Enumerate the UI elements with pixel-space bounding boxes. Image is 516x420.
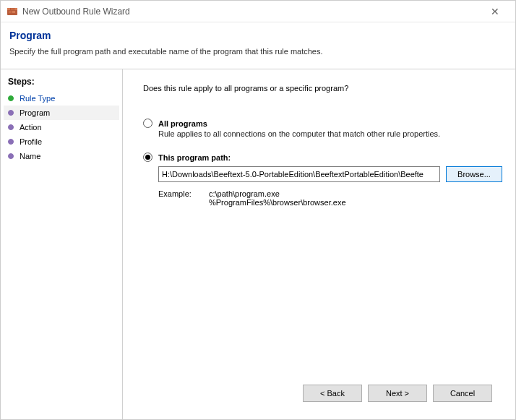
bullet-icon: [8, 153, 14, 159]
option-all-programs: All programs Rule applies to all connect…: [143, 119, 502, 138]
browse-button[interactable]: Browse...: [446, 166, 502, 182]
step-label: Action: [20, 123, 42, 132]
prompt-text: Does this rule apply to all programs or …: [143, 84, 502, 93]
program-path-input[interactable]: [158, 166, 440, 182]
path-row: Browse...: [158, 166, 502, 182]
example-row: Example: c:\path\program.exe %ProgramFil…: [158, 189, 502, 207]
steps-panel: Steps: Rule Type Program Action Profile …: [1, 69, 122, 419]
window-title: New Outbound Rule Wizard: [22, 7, 481, 17]
example-label: Example:: [158, 189, 209, 207]
option-all-head: All programs: [143, 119, 502, 128]
example-text: c:\path\program.exe %ProgramFiles%\brows…: [209, 189, 346, 207]
option-path-head: This program path:: [143, 153, 502, 162]
step-label: Program: [20, 108, 50, 117]
bullet-icon: [8, 124, 14, 130]
svg-rect-2: [11, 8, 14, 10]
option-all-desc: Rule applies to all connections on the c…: [158, 129, 502, 138]
content-panel: Does this rule apply to all programs or …: [123, 69, 515, 419]
spacer: [143, 221, 502, 377]
back-button[interactable]: < Back: [303, 385, 362, 402]
step-action[interactable]: Action: [4, 120, 119, 134]
titlebar: New Outbound Rule Wizard ✕: [1, 1, 515, 22]
firewall-icon: [7, 6, 18, 17]
step-program[interactable]: Program: [4, 106, 119, 120]
steps-title: Steps:: [4, 75, 119, 91]
radio-all-programs[interactable]: [143, 119, 152, 128]
header: Program Specify the full program path an…: [1, 22, 515, 69]
svg-rect-3: [14, 8, 17, 10]
close-icon[interactable]: ✕: [481, 6, 509, 17]
wizard-window: New Outbound Rule Wizard ✕ Program Speci…: [0, 0, 516, 420]
step-rule-type[interactable]: Rule Type: [4, 91, 119, 106]
step-name[interactable]: Name: [4, 149, 119, 163]
step-label: Profile: [20, 137, 42, 146]
svg-rect-5: [12, 11, 15, 13]
step-label: Name: [20, 152, 40, 160]
body: Steps: Rule Type Program Action Profile …: [1, 69, 515, 419]
page-subtitle: Specify the full program path and execut…: [9, 47, 507, 56]
svg-rect-4: [9, 11, 12, 13]
bullet-icon: [8, 95, 14, 101]
svg-rect-1: [7, 8, 10, 10]
option-all-label: All programs: [158, 119, 207, 128]
option-program-path: This program path: Browse... Example: c:…: [143, 153, 502, 207]
bullet-icon: [8, 139, 14, 145]
step-profile[interactable]: Profile: [4, 134, 119, 149]
page-title: Program: [9, 30, 507, 41]
next-button[interactable]: Next >: [368, 385, 427, 402]
option-path-label: This program path:: [158, 153, 231, 162]
footer: < Back Next > Cancel: [143, 377, 502, 412]
bullet-icon: [8, 110, 14, 116]
step-label: Rule Type: [20, 94, 55, 103]
cancel-button[interactable]: Cancel: [433, 385, 492, 402]
radio-program-path[interactable]: [143, 153, 152, 162]
